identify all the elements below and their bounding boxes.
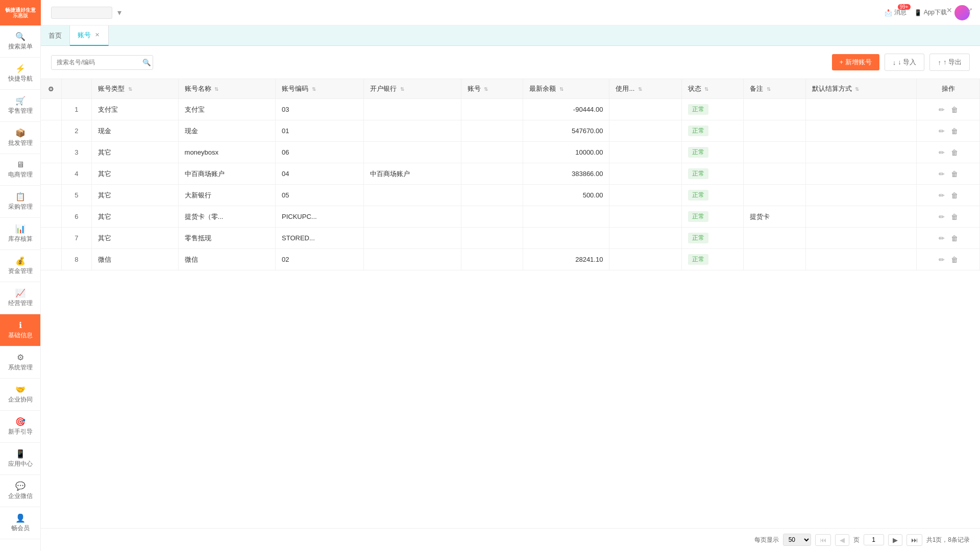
- col-type[interactable]: 账号类型 ⇅: [92, 79, 178, 99]
- row-settlement: [805, 120, 917, 142]
- topbar: ▾ 📩 消息 99+ 📱 App下载: [41, 0, 980, 26]
- basic-info-icon: ℹ: [3, 320, 38, 330]
- row-type: 微信: [92, 249, 178, 270]
- row-note: 提货卡: [744, 206, 805, 228]
- delete-button[interactable]: 🗑: [950, 169, 959, 179]
- finance-icon: 💰: [3, 256, 38, 266]
- first-page-button[interactable]: ⏮: [815, 534, 831, 546]
- col-name[interactable]: 账号名称 ⇅: [178, 79, 275, 99]
- sidebar-item-quick[interactable]: ⚡ 快捷导航: [0, 58, 40, 90]
- message-button[interactable]: 📩 消息 99+: [885, 8, 906, 17]
- delete-button[interactable]: 🗑: [950, 233, 959, 243]
- col-status[interactable]: 状态 ⇅: [681, 79, 743, 99]
- account-table: ⚙ 账号类型 ⇅ 账号名称 ⇅ 账号编码 ⇅ 开户银行 ⇅ 账号 ⇅ 最新余额 …: [41, 79, 980, 270]
- delete-button[interactable]: 🗑: [950, 105, 959, 115]
- sidebar-item-enterprise[interactable]: 🤝 企业协同: [0, 379, 40, 411]
- tab-account[interactable]: 账号 ✕: [70, 26, 109, 46]
- row-usage: [609, 185, 681, 206]
- prev-page-button[interactable]: ◀: [835, 534, 849, 546]
- row-num: 8: [61, 249, 92, 270]
- delete-button[interactable]: 🗑: [950, 255, 959, 265]
- sidebar-item-retail[interactable]: 🛒 零售管理: [0, 90, 40, 122]
- import-button[interactable]: ↓ ↓ 导入: [885, 54, 925, 71]
- tab-account-close[interactable]: ✕: [94, 31, 101, 39]
- sidebar-item-search[interactable]: 🔍 搜索菜单: [0, 26, 40, 58]
- ecommerce-icon: 🖥: [3, 160, 38, 169]
- col-account[interactable]: 账号 ⇅: [461, 79, 523, 99]
- sidebar-item-finance[interactable]: 💰 资金管理: [0, 250, 40, 282]
- col-settlement[interactable]: 默认结算方式 ⇅: [805, 79, 917, 99]
- account-search-input[interactable]: [52, 56, 138, 69]
- col-code[interactable]: 账号编码 ⇅: [276, 79, 364, 99]
- add-account-button[interactable]: + 新增账号: [832, 54, 879, 70]
- per-page-select[interactable]: 50 20 100: [783, 534, 811, 546]
- close-window-button[interactable]: ✕: [939, 0, 960, 20]
- account-search-button[interactable]: 🔍: [138, 56, 153, 69]
- row-balance: 547670.00: [523, 120, 609, 142]
- row-usage: [609, 206, 681, 228]
- edit-button[interactable]: ✏: [938, 190, 946, 201]
- row-name: 大新银行: [178, 185, 275, 206]
- row-code: 02: [276, 249, 364, 270]
- row-type: 其它: [92, 185, 178, 206]
- edit-button[interactable]: ✏: [938, 212, 946, 222]
- row-num: 2: [61, 120, 92, 142]
- sidebar-item-basic[interactable]: ℹ 基础信息: [0, 314, 40, 346]
- row-name: 微信: [178, 249, 275, 270]
- delete-button[interactable]: 🗑: [950, 190, 959, 201]
- sidebar-item-wholesale[interactable]: 📦 批发管理: [0, 122, 40, 154]
- col-balance[interactable]: 最新余额 ⇅: [523, 79, 609, 99]
- row-account: [461, 120, 523, 142]
- message-badge: 99+: [898, 4, 911, 10]
- row-balance: -90444.00: [523, 99, 609, 120]
- sidebar-item-ecommerce[interactable]: 🖥 电商管理: [0, 154, 40, 186]
- row-num: 4: [61, 163, 92, 185]
- edit-button[interactable]: ✏: [938, 126, 946, 136]
- sidebar-item-purchase[interactable]: 📋 采购管理: [0, 186, 40, 218]
- page-number-input[interactable]: [864, 534, 884, 545]
- topbar-search-input[interactable]: [51, 7, 112, 19]
- edit-button[interactable]: ✏: [938, 105, 946, 115]
- col-usage[interactable]: 使用... ⇅: [609, 79, 681, 99]
- delete-button[interactable]: 🗑: [950, 147, 959, 158]
- col-note[interactable]: 备注 ⇅: [744, 79, 805, 99]
- export-icon: ↑: [938, 59, 941, 66]
- tab-home[interactable]: 首页: [41, 26, 70, 46]
- delete-button[interactable]: 🗑: [950, 212, 959, 222]
- sidebar-item-guide[interactable]: 🎯 新手引导: [0, 411, 40, 443]
- row-actions: ✏ 🗑: [917, 120, 980, 142]
- sidebar-item-operations[interactable]: 📈 经营管理: [0, 282, 40, 314]
- edit-button[interactable]: ✏: [938, 169, 946, 179]
- row-num: 3: [61, 142, 92, 163]
- delete-button[interactable]: 🗑: [950, 126, 959, 136]
- table-row: 1 支付宝 支付宝 03 -90444.00 正常 ✏ 🗑: [41, 99, 980, 120]
- edit-button[interactable]: ✏: [938, 255, 946, 265]
- row-code: STORED...: [276, 228, 364, 249]
- sidebar-item-wechat[interactable]: 💬 企业微信: [0, 475, 40, 507]
- row-actions: ✏ 🗑: [917, 142, 980, 163]
- sidebar-item-system[interactable]: ⚙ 系统管理: [0, 346, 40, 379]
- next-page-button[interactable]: ▶: [888, 534, 902, 546]
- table-row: 4 其它 中百商场账户 04 中百商场账户 383866.00 正常 ✏ 🗑: [41, 163, 980, 185]
- sidebar-item-app-center[interactable]: 📱 应用中心: [0, 443, 40, 475]
- row-account: [461, 185, 523, 206]
- row-name: 零售抵现: [178, 228, 275, 249]
- row-status: 正常: [681, 120, 743, 142]
- row-usage: [609, 120, 681, 142]
- topbar-dropdown-icon[interactable]: ▾: [117, 8, 121, 17]
- edit-button[interactable]: ✏: [938, 147, 946, 158]
- edit-button[interactable]: ✏: [938, 233, 946, 243]
- sidebar-item-member[interactable]: 👤 畅会员: [0, 507, 40, 539]
- last-page-button[interactable]: ⏭: [906, 534, 922, 546]
- row-code: 04: [276, 163, 364, 185]
- sidebar-item-inventory[interactable]: 📊 库存核算: [0, 218, 40, 250]
- row-balance: 10000.00: [523, 142, 609, 163]
- col-settings[interactable]: ⚙: [41, 79, 61, 99]
- export-button[interactable]: ↑ ↑ 导出: [929, 54, 970, 71]
- toolbar-actions: + 新增账号 ↓ ↓ 导入 ↑ ↑ 导出: [832, 54, 970, 71]
- maximize-window-button[interactable]: ⤢: [960, 0, 980, 20]
- status-badge: 正常: [688, 104, 708, 115]
- row-note: [744, 163, 805, 185]
- account-table-wrapper: ⚙ 账号类型 ⇅ 账号名称 ⇅ 账号编码 ⇅ 开户银行 ⇅ 账号 ⇅ 最新余额 …: [41, 79, 980, 528]
- col-bank[interactable]: 开户银行 ⇅: [364, 79, 461, 99]
